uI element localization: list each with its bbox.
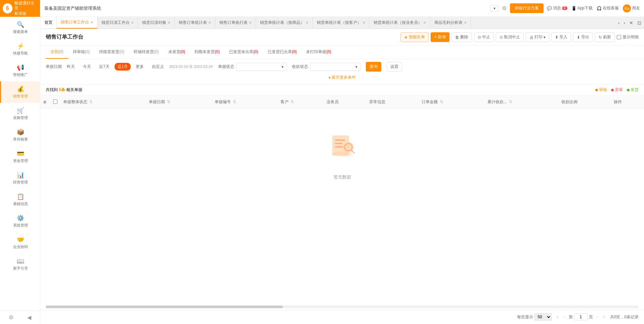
tab-label: 销货单统计表（按客户） [317,20,361,26]
status-select[interactable]: ▾ [236,63,287,71]
tab-label: 销售订单执行表 [219,20,248,26]
table-scroll[interactable]: ⚙ 单据整体状态 ⇅ 单据日期 ⇅ 单据编号 ⇅ 客户 ⇅ 业务员 异常信息 订… [40,96,644,304]
sidebar-item-4[interactable]: 🛒 采购管理 [0,103,40,124]
show-detail-input[interactable] [617,35,621,39]
print-btn[interactable]: 🖨 打印 ▾ [526,32,549,42]
refresh-btn[interactable]: ↻ 刷新 [595,32,615,42]
sidebar-item-2[interactable]: 📢 营销推广 [0,60,40,81]
tab-close-icon[interactable]: ✕ [423,21,426,25]
user-action[interactable]: Ea 用友 [623,4,640,12]
sub-tab-8[interactable]: 未打印单据(0) [301,46,336,59]
date-btn-custom[interactable]: 自定义 [149,63,167,71]
tab-close-all-icon[interactable]: ✕ [628,19,635,26]
sub-tab-4[interactable]: 未发货(0) [164,46,190,59]
smart-generate-btn[interactable]: ★ 智能生单 [400,32,429,42]
col-amount: 订单金额 ⇅ [419,96,485,109]
sidebar-item-0[interactable]: 🔍 搜索菜单 [0,17,40,38]
expand-filter-btn[interactable]: ▾ 展开更多条件 [326,74,358,81]
delete-icon: 🗑 [455,35,459,40]
tab-close-icon[interactable]: ✕ [249,21,252,25]
sub-tab-1[interactable]: 待审核(0) [68,46,95,59]
cancel-stop-btn[interactable]: ⊙ 取消中止 [496,32,524,42]
sidebar-item-5[interactable]: 📦 库存核算 [0,124,40,146]
select-all-checkbox[interactable] [53,99,57,104]
sidebar-item-9[interactable]: ⚙️ 系统管理 [0,210,40,232]
col-config[interactable]: ⚙ [40,96,50,109]
sub-tab-0[interactable]: 全部(0) [46,46,68,59]
tab-close-icon[interactable]: ✕ [90,21,93,24]
date-btn-7days[interactable]: 近7天 [96,63,113,71]
sub-tab-7[interactable]: 已发货已出库(0) [263,46,302,59]
collapse-icon[interactable]: ◀ [27,314,31,321]
sidebar-item-8[interactable]: 📋 基础信息 [0,189,40,210]
page-first-btn[interactable]: « [554,314,561,320]
page-prev-btn[interactable]: ‹ [562,314,567,320]
settings-filter-btn[interactable]: 设置 [387,62,402,72]
system-dropdown[interactable]: ▾ [490,5,499,12]
settings-icon[interactable]: ⚙ [9,314,13,321]
col-check[interactable] [50,96,60,109]
sidebar-item-1[interactable]: ⚡ 快捷导航 [0,38,40,60]
tab-home[interactable]: 首页 [40,17,57,29]
date-btn-more[interactable]: 更多 [133,63,147,71]
date-btn-yesterday[interactable]: 昨天 [64,63,78,71]
quick-reject-btn[interactable]: 弃审 [611,87,623,93]
tab-sales-stats-staff[interactable]: 销货单统计表（按业务员） ✕ [370,17,430,29]
page-last-btn[interactable]: » [601,314,607,320]
show-detail-checkbox[interactable]: 显示明细 [617,34,639,40]
sidebar-item-10[interactable]: 🤝 企业协同 [0,232,40,253]
sub-tab-5[interactable]: 到期未发货(0) [190,46,224,59]
app-download-label: App下载 [577,5,593,11]
tab-cash-daily-reconcile[interactable]: 钱货日清对账 ✕ [138,17,175,29]
message-action[interactable]: 💬 消息 6 [547,5,567,11]
tab-close-icon[interactable]: ✕ [306,21,308,25]
import-btn[interactable]: ⬆ 导入 [551,32,571,42]
export-btn[interactable]: ⬇ 导出 [573,32,593,42]
page-size-dropdown[interactable]: 50 100 200 [534,313,552,321]
tab-sales-order-exec[interactable]: 销售订单执行表 ✕ [215,17,256,29]
fake-scrollbar[interactable] [46,306,639,308]
topbar-gear-icon[interactable]: ⚙ [502,5,507,11]
tab-close-icon[interactable]: ✕ [362,21,365,25]
tab-cash-daily-workbench[interactable]: 钱货日清工作台 ✕ [97,17,138,29]
app-download-action[interactable]: 📱 App下载 [571,5,593,11]
tab-sales-stats-customer[interactable]: 销货单统计表（按客户） ✕ [313,17,370,29]
tab-close-icon[interactable]: ✕ [464,21,467,25]
delete-btn[interactable]: 🗑 删除 [452,32,472,42]
tab-margin-analysis[interactable]: 商品毛利分析表 ✕ [430,17,471,29]
user-name-label: 用友 [632,5,640,11]
sidebar-item-11[interactable]: 📖 新手引导 [0,253,40,275]
sub-tab-count-5: (0) [215,49,220,54]
tab-sales-stats-product[interactable]: 销货单统计表（按商品） ✕ [256,17,313,29]
sub-tab-3[interactable]: 旺铺待发货(0) [129,46,164,59]
query-btn[interactable]: 查询 [366,62,381,72]
payment-select[interactable]: ▾ [310,63,360,71]
add-btn[interactable]: + 新增 [431,32,449,42]
tab-maximize-icon[interactable]: ⊡ [636,19,643,26]
scrollbar-thumb[interactable] [46,306,283,308]
stop-btn[interactable]: ⊙ 中止 [474,32,494,42]
date-btn-today[interactable]: 今天 [80,63,94,71]
page-next-btn[interactable]: › [594,314,600,320]
page-input[interactable] [574,314,588,320]
tab-close-icon[interactable]: ✕ [168,21,170,25]
tab-nav-right-icon[interactable]: › [622,19,627,26]
quick-ship-btn[interactable]: 发货 [627,87,639,93]
sub-tab-2[interactable]: 待拣货发货(0) [94,46,129,59]
tab-close-icon[interactable]: ✕ [208,21,211,25]
sidebar-item-7[interactable]: 📊 经营管理 [0,167,40,189]
quick-audit-btn[interactable]: 审核 [595,87,607,93]
industry-btn[interactable]: 体验行业方案 [510,3,544,13]
page-title: 销售订单工作台 [46,34,83,41]
home-tab-label: 首页 [44,20,52,26]
sidebar-item-6[interactable]: 💳 资金管理 [0,146,40,167]
sub-tab-count-2: (0) [119,49,124,54]
tab-nav-left-icon[interactable]: ‹ [617,19,621,26]
date-btn-1month[interactable]: 近1月 [115,63,131,71]
online-service-action[interactable]: 🎧 在线客服 [597,5,619,11]
tab-sales-order-stats[interactable]: 销售订单统计表 ✕ [175,17,215,29]
sub-tab-6[interactable]: 已发货未出库(0) [224,46,263,59]
tab-close-icon[interactable]: ✕ [131,21,134,25]
sidebar-item-3[interactable]: 💰 销售管理 [0,81,40,103]
tab-sales-order-workbench[interactable]: 销售订单工作台 ✕ [57,17,97,29]
